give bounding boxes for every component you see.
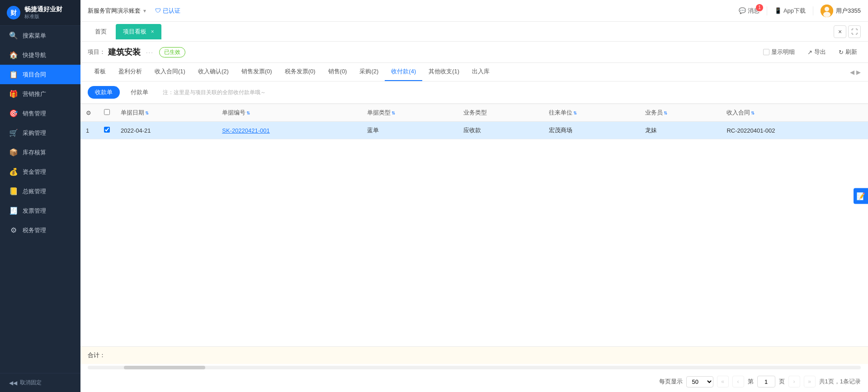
receipts-table: ⚙ 单据日期⇅ 单据编号⇅ 单据类型⇅ 业务类型 [80, 104, 868, 139]
sidebar-item-label-marketing: 营销推广 [23, 90, 46, 98]
show-detail-button[interactable]: 显示明细 [760, 46, 798, 58]
sub-tab-inventory[interactable]: 出入库 [466, 63, 496, 81]
total-label: 合计： [88, 351, 105, 359]
table-row[interactable]: 1 2022-04-21 SK-20220421-001 蓝单 应收款 宏茂商场… [80, 122, 868, 139]
sub-tab-profit[interactable]: 盈利分析 [112, 63, 148, 81]
table-header-row: ⚙ 单据日期⇅ 单据编号⇅ 单据类型⇅ 业务类型 [80, 104, 868, 122]
sidebar-item-label-tax-mgmt: 税务管理 [23, 226, 46, 234]
row-checkbox[interactable] [104, 127, 110, 133]
table-body: 1 2022-04-21 SK-20220421-001 蓝单 应收款 宏茂商场… [80, 122, 868, 139]
sub-tab-receipts[interactable]: 收付款(4) [385, 63, 422, 81]
payments-tab-button[interactable]: 付款单 [123, 86, 156, 99]
sidebar-scroll: 🔍 搜索菜单 🏠 快捷导航 📋 项目合同 🎁 营销推广 🎯 销售管理 🛒 采购管… [0, 26, 80, 373]
sub-tab-kanban[interactable]: 看板 [88, 63, 112, 81]
sub-tabs-scroll-arrows[interactable]: ◀ ▶ [850, 69, 861, 76]
export-icon: ↗ [807, 49, 812, 56]
app-name: 畅捷通好业财 [24, 5, 62, 13]
page-title-label: 项目： [88, 48, 105, 56]
scroll-right-icon[interactable]: ▶ [856, 69, 861, 76]
tab-home-label: 首页 [95, 28, 107, 35]
window-maximize-button[interactable]: ⛶ [848, 25, 861, 38]
sidebar-item-search[interactable]: 🔍 搜索菜单 [0, 26, 80, 45]
row-salesperson: 龙妹 [640, 122, 722, 139]
scroll-left-icon[interactable]: ◀ [850, 69, 854, 76]
sub-tab-purchase[interactable]: 采购(2) [353, 63, 385, 81]
column-checkbox[interactable] [99, 104, 115, 122]
sidebar-item-marketing[interactable]: 🎁 营销推广 [0, 84, 80, 104]
column-settings[interactable]: ⚙ [80, 104, 99, 122]
note-side-button[interactable]: 📝 [854, 188, 868, 204]
sidebar-item-label-invoice-mgmt: 发票管理 [23, 207, 46, 215]
topbar-project-selector[interactable]: 新服务官网演示账套 ▾ [88, 7, 146, 15]
scrollbar-track[interactable] [88, 366, 861, 369]
sub-tab-income-confirm[interactable]: 收入确认(2) [192, 63, 235, 81]
sidebar-footer[interactable]: ◀◀ 取消固定 [0, 373, 80, 392]
column-date[interactable]: 单据日期⇅ [115, 104, 217, 122]
scrollbar-thumb[interactable] [124, 366, 205, 369]
column-type[interactable]: 单据类型⇅ [362, 104, 458, 122]
sidebar-item-ledger-mgmt[interactable]: 📒 总账管理 [0, 182, 80, 201]
window-close-button[interactable]: × [834, 25, 846, 38]
app-download-label: App下载 [783, 7, 806, 15]
app-version: 标准版 [24, 13, 62, 20]
content-panel: 收款单 付款单 注：这里是与项目关联的全部收付款单哦～ ⚙ 单据日期⇅ [80, 81, 868, 392]
message-icon: 💬 [739, 7, 746, 14]
message-button[interactable]: 💬 消息 1 [739, 7, 760, 15]
refresh-icon: ↻ [839, 49, 844, 56]
export-button[interactable]: ↗ 导出 [804, 46, 830, 58]
sidebar-item-label-project-contract: 项目合同 [23, 71, 46, 79]
refresh-label: 刷新 [845, 48, 857, 56]
tab-close-icon[interactable]: × [151, 29, 154, 35]
app-logo-icon: 财 [6, 5, 21, 20]
next-page-button[interactable]: › [788, 376, 800, 387]
page-header: 项目： 建筑安装 ··· 已生效 显示明细 ↗ 导出 ↻ 刷新 [80, 42, 868, 63]
sidebar-item-tax-mgmt[interactable]: ⚙ 税务管理 [0, 220, 80, 240]
sub-tab-tax-invoice[interactable]: 税务发票(0) [278, 63, 322, 81]
main-area: 新服务官网演示账套 ▾ 🛡 已认证 💬 消息 1 📱 App下载 [80, 0, 868, 392]
tab-home[interactable]: 首页 [88, 24, 114, 39]
row-checkbox-cell[interactable] [99, 122, 115, 139]
sub-tab-sales[interactable]: 销售(0) [322, 63, 354, 81]
purchase-mgmt-icon: 🛒 [9, 129, 18, 137]
sidebar-item-fund-mgmt[interactable]: 💰 资金管理 [0, 162, 80, 182]
first-page-button[interactable]: « [717, 376, 729, 387]
sub-tab-income-contract[interactable]: 收入合同(1) [148, 63, 192, 81]
sidebar-item-sales-mgmt[interactable]: 🎯 销售管理 [0, 104, 80, 123]
sub-tab-sales-invoice[interactable]: 销售发票(0) [235, 63, 278, 81]
select-all-checkbox[interactable] [104, 109, 110, 115]
show-detail-label: 显示明细 [771, 48, 795, 56]
user-menu[interactable]: 用户3355 [821, 5, 861, 17]
column-income-contract[interactable]: 收入合同⇅ [721, 104, 868, 122]
tab-project-board[interactable]: 项目看板 × [116, 24, 161, 39]
receipts-tab-button[interactable]: 收款单 [88, 86, 120, 99]
inventory-mgmt-icon: 📦 [9, 148, 18, 157]
sub-tab-other-expense[interactable]: 其他收支(1) [422, 63, 466, 81]
prev-page-button[interactable]: ‹ [732, 376, 744, 387]
row-number-link[interactable]: SK-20220421-001 [217, 122, 362, 139]
app-download-button[interactable]: 📱 App下载 [774, 7, 806, 15]
quick-nav-icon: 🏠 [9, 51, 18, 59]
column-partner[interactable]: 往来单位⇅ [543, 104, 640, 122]
fund-mgmt-icon: 💰 [9, 167, 18, 176]
per-page-select[interactable]: 50 100 200 [686, 376, 713, 387]
sidebar-item-inventory-mgmt[interactable]: 📦 库存核算 [0, 143, 80, 162]
sidebar-item-purchase-mgmt[interactable]: 🛒 采购管理 [0, 123, 80, 143]
horizontal-scrollbar[interactable] [80, 364, 868, 371]
topbar-certified-badge: 🛡 已认证 [155, 7, 180, 15]
column-number[interactable]: 单据编号⇅ [217, 104, 362, 122]
last-page-button[interactable]: » [804, 376, 816, 387]
sidebar-item-invoice-mgmt[interactable]: 🧾 发票管理 [0, 201, 80, 220]
sidebar-item-label-search: 搜索菜单 [23, 32, 46, 40]
row-income-contract: RC-20220401-002 [721, 122, 868, 139]
topbar: 新服务官网演示账套 ▾ 🛡 已认证 💬 消息 1 📱 App下载 [80, 0, 868, 22]
doc-number-link[interactable]: SK-20220421-001 [222, 127, 270, 134]
show-detail-checkbox[interactable] [763, 49, 769, 55]
page-prefix-label: 第 [748, 378, 754, 386]
sidebar-item-project-contract[interactable]: 📋 项目合同 [0, 65, 80, 84]
sidebar-item-quick-nav[interactable]: 🏠 快捷导航 [0, 45, 80, 65]
refresh-button[interactable]: ↻ 刷新 [835, 46, 861, 58]
more-options-button[interactable]: ··· [146, 49, 154, 56]
column-salesperson[interactable]: 业务员⇅ [640, 104, 722, 122]
page-number-input[interactable] [757, 376, 775, 387]
topbar-divider-2 [813, 6, 813, 15]
